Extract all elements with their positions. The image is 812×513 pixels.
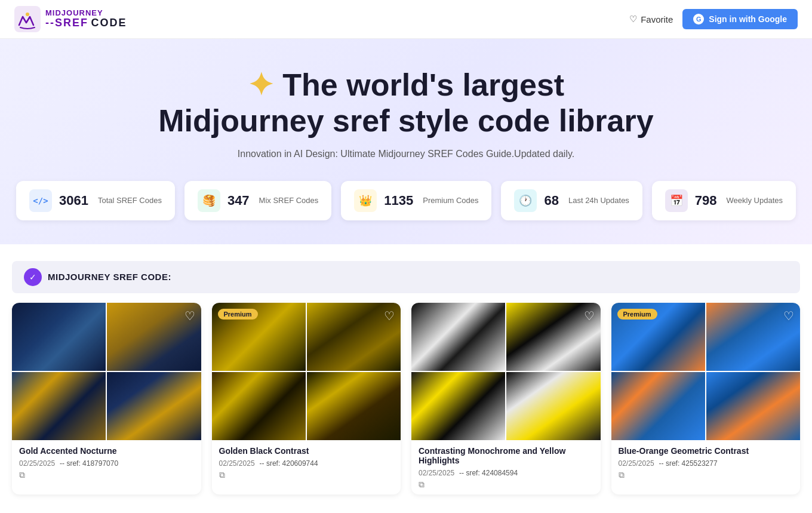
favorite-card-3-button[interactable]: ♡	[584, 309, 595, 323]
stat-weekly-label: Weekly Updates	[727, 196, 783, 205]
card-sref-4: -- sref: 425523277	[659, 459, 718, 468]
card-image-1: ♡	[12, 303, 201, 440]
stat-total-label: Total SREF Codes	[98, 196, 162, 205]
image-cell	[611, 372, 705, 440]
card-sref-3: -- sref: 424084594	[459, 469, 518, 477]
stat-premium: 👑 1135 Premium Codes	[341, 181, 491, 220]
stat-last24h: 🕐 68 Last 24h Updates	[501, 181, 642, 220]
card-image-3: ♡	[411, 303, 601, 440]
card-gold-nocturne: ♡ Gold Accented Nocturne 02/25/2025 -- s…	[12, 303, 201, 494]
stat-weekly: 📅 798 Weekly Updates	[652, 181, 796, 220]
image-cell	[12, 303, 106, 371]
sparkle-icon: ✦	[248, 67, 274, 102]
clock-icon: 🕐	[514, 189, 537, 212]
stat-mix-number: 347	[227, 193, 250, 208]
image-cell	[307, 372, 401, 440]
checkmark-icon: ✓	[24, 268, 42, 286]
logo-icon	[14, 6, 41, 32]
image-cell	[107, 372, 201, 440]
stat-premium-label: Premium Codes	[423, 196, 478, 205]
stat-total-sref: </> 3061 Total SREF Codes	[16, 181, 175, 220]
favorite-card-4-button[interactable]: ♡	[783, 309, 794, 323]
card-body-4: Blue-Orange Geometric Contrast 02/25/202…	[611, 440, 801, 485]
calendar-icon: 📅	[665, 189, 688, 212]
image-cell	[506, 372, 600, 440]
stats-row: </> 3061 Total SREF Codes 🥞 347 Mix SREF…	[14, 181, 798, 220]
google-g-icon: G	[693, 14, 704, 24]
logo-text: MIDJOURNEY --SREF CODE	[45, 9, 127, 29]
hero-title: ✦ The world's largest Midjourney sref st…	[14, 67, 798, 139]
hero-subtitle: Innovation in AI Design: Ultimate Midjou…	[14, 149, 798, 159]
logo-sref-code-label: --SREF CODE	[45, 17, 127, 29]
stat-premium-number: 1135	[384, 193, 413, 208]
heart-icon: ♡	[629, 14, 637, 24]
card-sref-2: -- sref: 420609744	[260, 459, 318, 468]
stat-last24h-label: Last 24h Updates	[568, 196, 629, 205]
card-date-1: 02/25/2025	[19, 459, 55, 468]
code-icon: </>	[29, 189, 52, 212]
hero-section: ✦ The world's largest Midjourney sref st…	[0, 39, 812, 244]
card-title-2: Golden Black Contrast	[219, 446, 394, 456]
signin-label: Sign in with Google	[709, 14, 787, 24]
card-meta-2: 02/25/2025 -- sref: 420609744	[219, 459, 394, 468]
card-body-1: Gold Accented Nocturne 02/25/2025 -- sre…	[12, 440, 201, 485]
signin-button[interactable]: G Sign in with Google	[682, 9, 798, 29]
card-date-2: 02/25/2025	[219, 459, 255, 468]
card-meta-3: 02/25/2025 -- sref: 424084594	[419, 469, 593, 477]
favorite-label: Favorite	[641, 14, 673, 24]
card-title-1: Gold Accented Nocturne	[19, 446, 194, 456]
card-body-2: Golden Black Contrast 02/25/2025 -- sref…	[212, 440, 401, 485]
copy-icon-1[interactable]: ⧉	[19, 470, 25, 480]
card-golden-black: Premium ♡ Golden Black Contrast 02/25/20…	[212, 303, 401, 494]
section-header: ✓ MIDJOURNEY SREF CODE:	[12, 261, 800, 293]
image-cell	[212, 372, 306, 440]
svg-point-1	[26, 13, 29, 16]
stat-last24h-number: 68	[544, 193, 558, 208]
card-title-3: Contrasting Monochrome and Yellow Highli…	[419, 446, 593, 465]
image-cell	[706, 372, 800, 440]
image-cell	[12, 372, 106, 440]
crown-icon: 👑	[354, 189, 377, 212]
card-image-2: Premium ♡	[212, 303, 401, 440]
premium-badge-4: Premium	[617, 309, 657, 320]
card-meta-4: 02/25/2025 -- sref: 425523277	[619, 459, 793, 468]
card-monochrome: ♡ Contrasting Monochrome and Yellow High…	[411, 303, 601, 494]
header-right: ♡ Favorite G Sign in with Google	[629, 9, 798, 29]
favorite-card-1-button[interactable]: ♡	[184, 309, 195, 323]
copy-icon-2[interactable]: ⧉	[219, 470, 225, 480]
card-sref-1: -- sref: 418797070	[60, 459, 118, 468]
favorite-button[interactable]: ♡ Favorite	[629, 14, 673, 24]
stat-mix-sref: 🥞 347 Mix SREF Codes	[184, 181, 331, 220]
cards-grid: ♡ Gold Accented Nocturne 02/25/2025 -- s…	[0, 303, 812, 513]
image-cell	[411, 303, 505, 371]
favorite-card-2-button[interactable]: ♡	[384, 309, 395, 323]
card-date-4: 02/25/2025	[619, 459, 654, 468]
layers-icon: 🥞	[198, 189, 220, 212]
stat-mix-label: Mix SREF Codes	[259, 196, 319, 205]
premium-badge-2: Premium	[218, 309, 258, 320]
logo-midjourney-label: MIDJOURNEY	[45, 9, 127, 17]
stat-total-number: 3061	[59, 193, 88, 208]
card-blue-orange: Premium ♡ Blue-Orange Geometric Contrast…	[611, 303, 801, 494]
card-image-4: Premium ♡	[611, 303, 801, 440]
card-body-3: Contrasting Monochrome and Yellow Highli…	[411, 440, 601, 494]
logo-area: MIDJOURNEY --SREF CODE	[14, 6, 127, 32]
stat-weekly-number: 798	[695, 193, 717, 208]
section-title: MIDJOURNEY SREF CODE:	[48, 272, 171, 282]
card-title-4: Blue-Orange Geometric Contrast	[619, 446, 793, 456]
card-meta-1: 02/25/2025 -- sref: 418797070	[19, 459, 194, 468]
copy-icon-3[interactable]: ⧉	[419, 480, 425, 490]
card-date-3: 02/25/2025	[419, 469, 454, 477]
image-cell	[411, 372, 505, 440]
header: MIDJOURNEY --SREF CODE ♡ Favorite G Sign…	[0, 0, 812, 39]
copy-icon-4[interactable]: ⧉	[619, 470, 625, 480]
